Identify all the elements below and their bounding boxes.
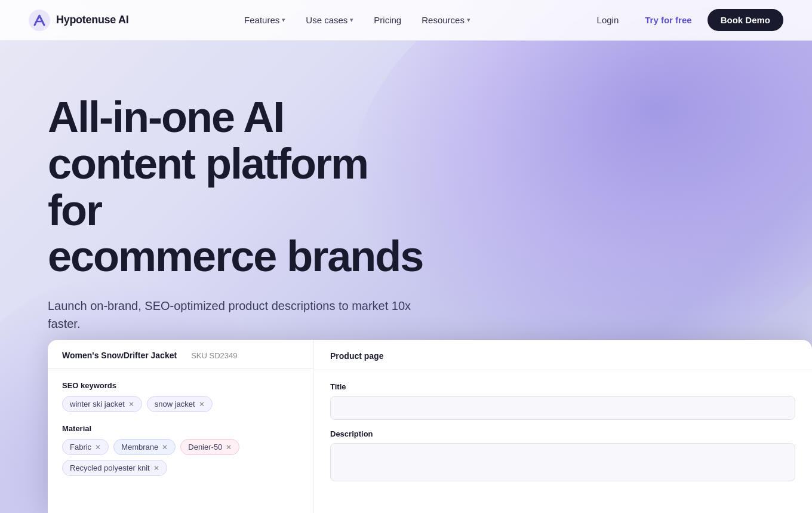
card-left-header: Women's SnowDrifter Jacket SKU SD2349	[48, 340, 313, 369]
card-right-panel: Product page Title Description	[313, 340, 812, 513]
logo-icon	[29, 10, 50, 31]
remove-snow-tag-icon[interactable]: ✕	[199, 401, 205, 408]
seo-keywords-label: SEO keywords	[62, 381, 299, 390]
seo-keywords-section: SEO keywords winter ski jacket ✕ snow ja…	[62, 381, 299, 412]
svg-point-0	[29, 10, 50, 31]
card-left-panel: Women's SnowDrifter Jacket SKU SD2349 SE…	[48, 340, 313, 513]
title-field-group: Title	[330, 382, 795, 420]
description-input[interactable]	[330, 443, 795, 481]
try-for-free-button[interactable]: Try for free	[634, 10, 702, 30]
nav-features[interactable]: Features ▾	[236, 10, 294, 30]
material-section: Material Fabric ✕ Membrane ✕ Denier-50 ✕	[62, 424, 299, 476]
product-name: Women's SnowDrifter Jacket	[62, 351, 177, 360]
material-tags-row: Fabric ✕ Membrane ✕ Denier-50 ✕ Recycl	[62, 439, 299, 476]
nav-links: Features ▾ Use cases ▾ Pricing Resources…	[236, 10, 479, 30]
seo-tags-row: winter ski jacket ✕ snow jacket ✕	[62, 396, 299, 412]
brand-name: Hypotenuse AI	[56, 14, 128, 26]
nav-pricing[interactable]: Pricing	[365, 10, 410, 30]
material-tag-denier: Denier-50 ✕	[180, 439, 239, 455]
description-field-label: Description	[330, 429, 795, 438]
seo-tag-snow: snow jacket ✕	[147, 396, 213, 412]
description-field-group: Description	[330, 429, 795, 481]
product-page-title: Product page	[330, 351, 383, 361]
book-demo-button[interactable]: Book Demo	[708, 9, 783, 31]
login-button[interactable]: Login	[586, 10, 630, 30]
sku-label: SKU SD2349	[191, 351, 237, 360]
title-field-label: Title	[330, 382, 795, 391]
navbar: Hypotenuse AI Features ▾ Use cases ▾ Pri…	[0, 0, 812, 41]
remove-denier-icon[interactable]: ✕	[226, 444, 232, 451]
use-cases-chevron-icon: ▾	[350, 16, 353, 24]
card-left-body: SEO keywords winter ski jacket ✕ snow ja…	[48, 369, 313, 488]
resources-chevron-icon: ▾	[467, 16, 470, 24]
hero-title: All-in-one AI content platform for ecomm…	[48, 94, 430, 280]
material-tag-recycled: Recycled polyester knit ✕	[62, 460, 167, 476]
features-chevron-icon: ▾	[282, 16, 285, 24]
page: Hypotenuse AI Features ▾ Use cases ▾ Pri…	[0, 0, 812, 513]
nav-actions: Login Try for free Book Demo	[586, 9, 783, 31]
nav-resources[interactable]: Resources ▾	[413, 10, 479, 30]
seo-tag-winter: winter ski jacket ✕	[62, 396, 142, 412]
material-tag-membrane: Membrane ✕	[113, 439, 176, 455]
product-card: Women's SnowDrifter Jacket SKU SD2349 SE…	[48, 340, 812, 513]
material-tag-fabric: Fabric ✕	[62, 439, 109, 455]
nav-use-cases[interactable]: Use cases ▾	[297, 10, 362, 30]
remove-winter-tag-icon[interactable]: ✕	[128, 401, 134, 408]
hero-subtitle: Launch on-brand, SEO-optimized product d…	[48, 297, 418, 333]
title-input[interactable]	[330, 396, 795, 420]
card-right-header: Product page	[313, 340, 812, 370]
remove-recycled-icon[interactable]: ✕	[153, 465, 159, 472]
logo-link[interactable]: Hypotenuse AI	[29, 10, 128, 31]
material-label: Material	[62, 424, 299, 433]
remove-fabric-icon[interactable]: ✕	[95, 444, 101, 451]
remove-membrane-icon[interactable]: ✕	[162, 444, 168, 451]
card-right-body: Title Description	[313, 370, 812, 493]
